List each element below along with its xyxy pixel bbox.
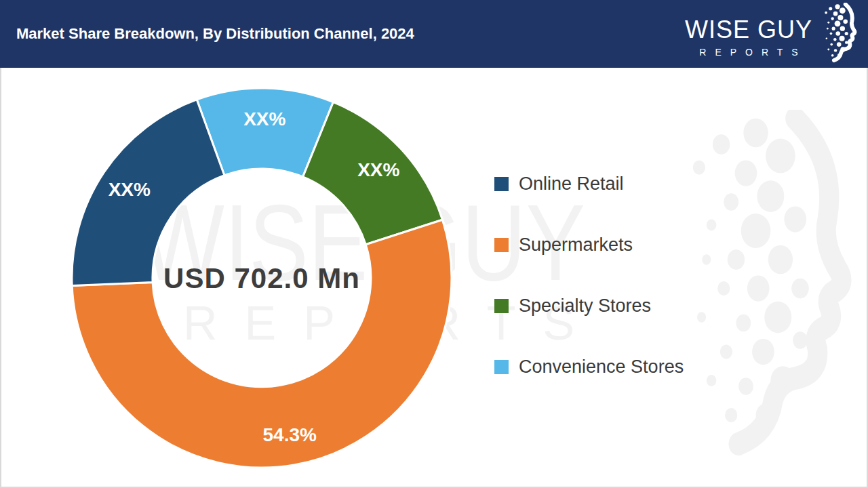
logo-secondary-text: REPORTS xyxy=(690,47,806,58)
chart-area: WISE GUY REPORTS XX%XX%54.3%XX% USD 702.… xyxy=(0,68,868,488)
segment-label-specialty-stores: XX% xyxy=(357,159,399,180)
segment-label-convenience-stores: XX% xyxy=(243,108,285,129)
header-bar: Market Share Breakdown, By Distribution … xyxy=(0,0,868,68)
legend-swatch-supermarkets xyxy=(494,238,509,252)
segment-label-online-retail: XX% xyxy=(108,179,151,200)
legend-item-specialty-stores: Specialty Stores xyxy=(494,291,684,320)
donut-center-value: USD 702.0 Mn xyxy=(163,262,360,294)
legend-label: Online Retail xyxy=(519,174,624,195)
logo-primary-text: WISE GUY xyxy=(685,18,812,42)
donut-chart: XX%XX%54.3%XX% USD 702.0 Mn xyxy=(1,68,868,488)
legend-label: Convenience Stores xyxy=(519,357,684,378)
legend-item-online-retail: Online Retail xyxy=(494,169,684,198)
legend-swatch-online-retail xyxy=(494,177,509,191)
legend-label: Supermarkets xyxy=(519,235,633,256)
page-title: Market Share Breakdown, By Distribution … xyxy=(16,0,414,68)
legend-label: Specialty Stores xyxy=(519,296,651,317)
legend-item-convenience-stores: Convenience Stores xyxy=(494,352,684,381)
legend-swatch-convenience-stores xyxy=(494,360,509,374)
legend-item-supermarkets: Supermarkets xyxy=(494,230,684,259)
wiseguy-logo: WISE GUY REPORTS xyxy=(685,3,859,62)
segment-label-supermarkets: 54.3% xyxy=(262,424,316,445)
legend: Online RetailSupermarketsSpecialty Store… xyxy=(494,169,684,381)
legend-swatch-specialty-stores xyxy=(494,299,509,313)
wiseguy-face-icon xyxy=(802,3,859,62)
